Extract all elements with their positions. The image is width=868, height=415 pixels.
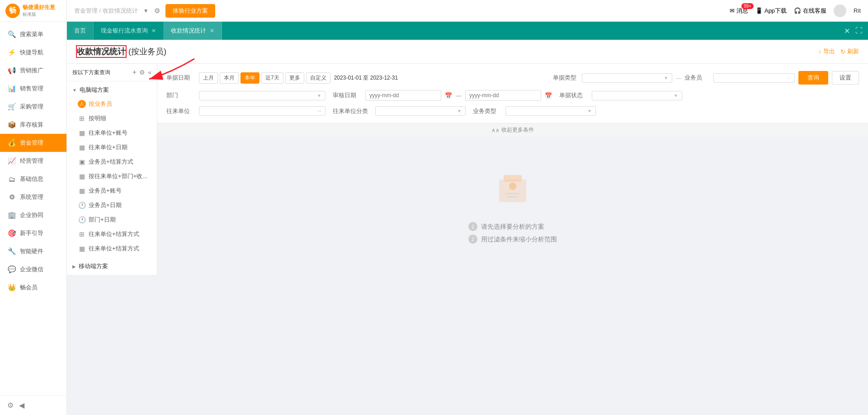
sidebar-item-system[interactable]: ⚙ 系统管理 xyxy=(0,188,66,206)
partner-label: 往来单位 xyxy=(166,107,192,115)
export-button[interactable]: ↑ 导出 xyxy=(819,47,835,56)
scheme-item-by-salesman[interactable]: 人 按业务员 xyxy=(67,97,157,111)
receipt-tab-close-icon[interactable]: ✕ xyxy=(210,28,214,34)
bill-status-select[interactable]: ▼ xyxy=(592,91,682,100)
date-btn-more[interactable]: 更多 xyxy=(285,72,304,84)
date-btn-custom[interactable]: 自定义 xyxy=(306,72,330,84)
empty-step-2: 2 用过滤条件来缩小分析范围 xyxy=(468,233,557,245)
sidebar-item-sales[interactable]: 📊 销售管理 xyxy=(0,80,66,98)
right-content: 单据日期 上月 本月 本年 近7天 更多 自定义 2023-01-01 至 20… xyxy=(157,64,868,275)
review-date-start[interactable] xyxy=(365,90,441,101)
sidebar-item-quicknav[interactable]: ⚡ 快捷导航 xyxy=(0,43,66,61)
review-date-end[interactable] xyxy=(465,90,541,101)
pc-section-arrow-icon: ▼ xyxy=(72,88,77,93)
dept-select[interactable]: ▼ xyxy=(199,91,326,100)
sidebar-collapse-icon[interactable]: ◀ xyxy=(19,401,24,410)
tab-home[interactable]: 首页 xyxy=(67,22,94,40)
sidebar-logo: 畅 畅捷通好生意 标准版 xyxy=(0,0,66,22)
sidebar-item-marketing[interactable]: 📢 营销推广 xyxy=(0,61,66,80)
partner-more-icon[interactable]: ··· xyxy=(318,108,321,113)
bill-status-label: 单据状态 xyxy=(559,91,585,99)
sidebar-item-purchase[interactable]: 🛒 采购管理 xyxy=(0,98,66,116)
scheme-settings-icon[interactable]: ⚙ xyxy=(139,69,145,76)
empty-step-1: 1 请先选择要分析的方案 xyxy=(468,220,557,233)
date-btn-7days[interactable]: 近7天 xyxy=(261,72,283,84)
partner-settle2-icon: ▦ xyxy=(78,245,86,253)
scheme-item-by-detail[interactable]: ⊞ 按明细 xyxy=(67,111,157,126)
scheme-header-icons: + ⚙ « xyxy=(132,68,151,76)
collapse-bar[interactable]: ∧∧ 收起更多条件 xyxy=(157,123,868,137)
logo-icon: 畅 xyxy=(5,4,20,18)
sidebar-item-search[interactable]: 🔍 搜索菜单 xyxy=(0,25,66,43)
sidebar-item-wechat[interactable]: 💬 企业微信 xyxy=(0,260,66,278)
system-icon: ⚙ xyxy=(7,193,16,202)
tab-maximize-icon[interactable]: ⛶ xyxy=(855,27,863,35)
refresh-button[interactable]: ↻ 刷新 xyxy=(840,47,859,56)
sidebar-item-newbie[interactable]: 🎯 新手引导 xyxy=(0,224,66,242)
app-download-button[interactable]: 📱 App下载 xyxy=(755,7,787,15)
review-date-start-icon[interactable]: 📅 xyxy=(445,92,452,99)
logo-text: 畅捷通好生意 标准版 xyxy=(23,4,55,18)
sidebar-settings-icon[interactable]: ⚙ xyxy=(7,401,14,410)
scheme-item-partner-account[interactable]: ▦ 往来单位+账号 xyxy=(67,126,157,140)
partner-settle1-icon: ⊞ xyxy=(78,230,86,238)
scheme-item-salesman-date[interactable]: 🕐 业务员+日期 xyxy=(67,198,157,212)
user-name: Rit xyxy=(854,7,861,14)
partner-select[interactable]: ··· xyxy=(199,106,326,116)
sidebar-item-enterprise[interactable]: 🏢 企业协同 xyxy=(0,206,66,224)
empty-illustration xyxy=(490,166,535,211)
scheme-section-pc-title[interactable]: ▼ 电脑端方案 xyxy=(67,83,157,97)
breadcrumb-chevron-icon[interactable]: ▼ xyxy=(143,8,149,14)
trial-button[interactable]: 体验行业方案 xyxy=(165,4,215,18)
tab-close-all-icon[interactable]: ✕ xyxy=(844,27,850,35)
finance-icon: 💰 xyxy=(7,138,16,147)
scheme-item-partner-settle1[interactable]: ⊞ 往来单位+结算方式 xyxy=(67,227,157,241)
step-2-number: 2 xyxy=(468,235,477,244)
detail-scheme-icon: ⊞ xyxy=(78,114,86,123)
salesman-settle-icon: ▣ xyxy=(78,158,86,166)
scheme-item-partner-dept[interactable]: ▦ 按往来单位+部门+收... xyxy=(67,169,157,184)
dept-label: 部门 xyxy=(166,91,192,99)
salesman-select[interactable]: ··· xyxy=(713,73,795,83)
user-avatar[interactable] xyxy=(834,5,846,17)
setting-button[interactable]: 设置 xyxy=(832,71,859,85)
scheme-section-mobile-title[interactable]: ▶ 移动端方案 xyxy=(67,259,157,273)
sidebar-item-member[interactable]: 👑 畅会员 xyxy=(0,278,66,297)
filter-panel: 单据日期 上月 本月 本年 近7天 更多 自定义 2023-01-01 至 20… xyxy=(157,64,868,123)
tabs-bar: 首页 现金银行流水查询 ✕ 收款情况统计 ✕ ✕ ⛶ xyxy=(67,22,868,40)
sidebar-item-hardware[interactable]: 🔧 智能硬件 xyxy=(0,242,66,260)
date-btn-this-year[interactable]: 本年 xyxy=(241,72,259,84)
bank-tab-label: 现金银行流水查询 xyxy=(101,27,148,35)
category-more-icon[interactable]: ··· xyxy=(676,75,681,81)
business-type-select[interactable]: ▼ xyxy=(505,106,596,116)
scheme-item-partner-date[interactable]: ▦ 往来单位+日期 xyxy=(67,140,157,155)
query-button[interactable]: 查询 xyxy=(798,71,828,85)
date-btn-this-month[interactable]: 本月 xyxy=(220,72,239,84)
bank-tab-close-icon[interactable]: ✕ xyxy=(151,28,156,34)
scheme-item-salesman-account[interactable]: ▦ 业务员+账号 xyxy=(67,184,157,198)
sidebar-item-basic[interactable]: 🗂 基础信息 xyxy=(0,170,66,188)
scheme-item-partner-settle2[interactable]: ▦ 往来单位+结算方式 xyxy=(67,241,157,256)
sidebar-item-inventory[interactable]: 📦 库存核算 xyxy=(0,116,66,134)
partner-category-select[interactable]: ▼ xyxy=(375,106,466,116)
empty-state: 1 请先选择要分析的方案 2 用过滤条件来缩小分析范围 xyxy=(157,137,868,275)
salesman-scheme-icon: 人 xyxy=(78,100,86,108)
tab-bank[interactable]: 现金银行流水查询 ✕ xyxy=(94,22,164,40)
date-btn-last-month[interactable]: 上月 xyxy=(199,72,218,84)
category-select[interactable]: ▼ xyxy=(582,73,672,83)
page-content: 收款情况统计 (按业务员) ↑ 导出 ↻ 刷新 按以下方案查询 xyxy=(67,40,868,415)
scheme-collapse-icon[interactable]: « xyxy=(148,69,151,76)
sidebar-item-finance[interactable]: 💰 资金管理 xyxy=(0,134,66,152)
tab-receipt[interactable]: 收款情况统计 ✕ xyxy=(164,22,222,40)
online-service-button[interactable]: 🎧 在线客服 xyxy=(794,7,826,15)
review-date-end-icon[interactable]: 📅 xyxy=(545,92,552,99)
scheme-item-salesman-settle[interactable]: ▣ 业务员+结算方式 xyxy=(67,155,157,169)
topbar-gear-icon[interactable]: ⚙ xyxy=(154,7,160,15)
scheme-add-icon[interactable]: + xyxy=(132,68,137,76)
sidebar-item-operation[interactable]: 📈 经营管理 xyxy=(0,152,66,170)
scheme-item-dept-date[interactable]: 🕐 部门+日期 xyxy=(67,212,157,227)
msg-button[interactable]: ✉ 消息 99+ xyxy=(730,7,748,15)
wechat-icon: 💬 xyxy=(7,265,16,274)
filter-row-1: 单据日期 上月 本月 本年 近7天 更多 自定义 2023-01-01 至 20… xyxy=(166,71,859,85)
scheme-header-label: 按以下方案查询 xyxy=(72,69,110,76)
